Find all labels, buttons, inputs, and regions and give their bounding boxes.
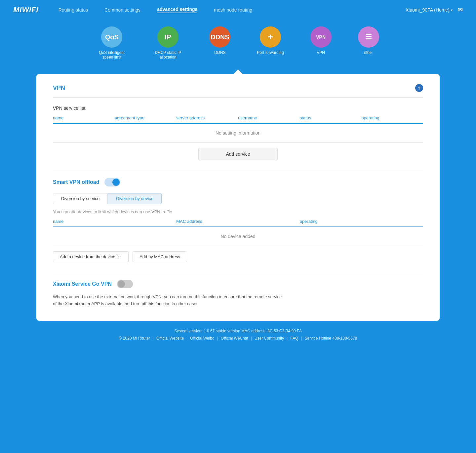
- add-device-by-mac-button[interactable]: Add by MAC address: [133, 251, 187, 262]
- device-desc: You can add devices to limit which devic…: [53, 209, 423, 214]
- arrow-up: [233, 69, 243, 74]
- xiaomi-header: Xiaomi Service Go VPN: [53, 280, 423, 288]
- ddns-icon: DDNS: [209, 26, 230, 48]
- nav-common-settings[interactable]: Common settings: [104, 7, 140, 13]
- device-col-name: name: [53, 219, 176, 224]
- xiaomi-service-section: Xiaomi Service Go VPN When you need to u…: [53, 273, 423, 308]
- device-col-operating: operating: [300, 219, 423, 224]
- port-icon: +: [260, 26, 281, 48]
- vpn-label: VPN: [317, 50, 325, 55]
- help-icon[interactable]: ?: [415, 84, 423, 92]
- device-col-mac: MAC address: [176, 219, 299, 224]
- nav-links: Routing status Common settings advanced …: [59, 7, 406, 13]
- other-label: other: [364, 50, 373, 55]
- col-operating: operating: [361, 115, 423, 120]
- ip-icon: IP: [157, 26, 178, 48]
- vpn-empty-message: No setting information: [53, 124, 423, 143]
- nav-routing-status[interactable]: Routing status: [59, 7, 88, 13]
- add-device-buttons: Add a device from the device list Add by…: [53, 251, 423, 262]
- main-card: VPN ? VPN service list: name agreement t…: [36, 74, 440, 321]
- footer-service-hotline[interactable]: Service Hotline 400-100-5678: [305, 336, 357, 341]
- sep3: |: [217, 336, 218, 341]
- col-name: name: [53, 115, 115, 120]
- vpn-table-header: name agreement type server address usern…: [53, 115, 423, 124]
- header-right: Xiaomi_90FA (Home) ▾ ✉: [406, 6, 463, 14]
- other-icon: ☰: [358, 26, 379, 48]
- user-info[interactable]: Xiaomi_90FA (Home) ▾: [406, 7, 453, 13]
- logo: MiWiFi: [13, 6, 39, 14]
- smart-vpn-title: Smart VPN offload: [53, 179, 99, 185]
- footer-copyright: © 2020 Mi Router: [119, 336, 150, 341]
- ip-label: DHCP static IP allocation: [153, 50, 183, 60]
- service-list-label: VPN service list:: [53, 105, 423, 111]
- icon-item-qos[interactable]: QoS QoS intelligent speed limit: [97, 26, 127, 60]
- icon-item-vpn[interactable]: VPN VPN: [310, 26, 332, 60]
- username: Xiaomi_90FA (Home): [406, 7, 450, 13]
- ddns-label: DDNS: [214, 50, 225, 55]
- footer-official-website[interactable]: Official Website: [156, 336, 184, 341]
- col-status: status: [300, 115, 362, 120]
- port-label: Port forwarding: [257, 50, 284, 55]
- device-table-header: name MAC address operating: [53, 219, 423, 227]
- sep2: |: [186, 336, 187, 341]
- toggle-thumb-off: [118, 280, 125, 288]
- tab-diversion-by-service[interactable]: Diversion by service: [53, 193, 108, 204]
- diversion-tabs: Diversion by service Diversion by device: [53, 193, 423, 204]
- chevron-down-icon: ▾: [451, 8, 453, 12]
- qos-icon: QoS: [101, 26, 122, 48]
- footer-user-community[interactable]: User Community: [255, 336, 284, 341]
- header: MiWiFi Routing status Common settings ad…: [0, 0, 476, 20]
- footer-official-weibo[interactable]: Official Weibo: [190, 336, 215, 341]
- qos-label: QoS intelligent speed limit: [97, 50, 127, 60]
- smart-vpn-toggle[interactable]: [104, 178, 120, 186]
- mail-icon[interactable]: ✉: [458, 6, 463, 14]
- icon-item-port[interactable]: + Port forwarding: [257, 26, 284, 60]
- vpn-section-header: VPN ?: [53, 84, 423, 98]
- footer: System version: 1.0.67 stable version MA…: [0, 321, 476, 346]
- col-agreement: agreement type: [115, 115, 177, 120]
- tab-diversion-by-device[interactable]: Diversion by device: [108, 193, 162, 204]
- smart-vpn-header: Smart VPN offload: [53, 178, 423, 186]
- sep1: |: [153, 336, 154, 341]
- add-device-from-list-button[interactable]: Add a device from the device list: [53, 251, 129, 262]
- sep4: |: [251, 336, 252, 341]
- footer-links: © 2020 Mi Router | Official Website | Of…: [0, 336, 476, 341]
- col-server: server address: [176, 115, 238, 120]
- smart-vpn-section: Smart VPN offload Diversion by service D…: [53, 171, 423, 262]
- vpn-title: VPN: [53, 85, 65, 92]
- nav-advanced-settings[interactable]: advanced settings: [157, 7, 197, 13]
- footer-faq[interactable]: FAQ: [290, 336, 298, 341]
- arrow-indicator: [0, 69, 476, 74]
- device-empty-message: No device added: [53, 227, 423, 246]
- xiaomi-title: Xiaomi Service Go VPN: [53, 281, 112, 287]
- footer-system-info: System version: 1.0.67 stable version MA…: [0, 329, 476, 333]
- vpn-icon: VPN: [310, 26, 332, 48]
- xiaomi-service-toggle[interactable]: [117, 280, 133, 288]
- col-username: username: [238, 115, 300, 120]
- footer-official-wechat[interactable]: Official WeChat: [221, 336, 248, 341]
- icon-item-ip[interactable]: IP DHCP static IP allocation: [153, 26, 183, 60]
- nav-mesh-node[interactable]: mesh node routing: [214, 7, 252, 13]
- sep6: |: [301, 336, 302, 341]
- icon-item-other[interactable]: ☰ other: [358, 26, 379, 60]
- icon-item-ddns[interactable]: DDNS DDNS: [209, 26, 230, 60]
- sep5: |: [287, 336, 288, 341]
- xiaomi-description: When you need to use the external networ…: [53, 294, 284, 308]
- add-service-button[interactable]: Add service: [198, 148, 278, 160]
- icon-bar: QoS QoS intelligent speed limit IP DHCP …: [0, 20, 476, 69]
